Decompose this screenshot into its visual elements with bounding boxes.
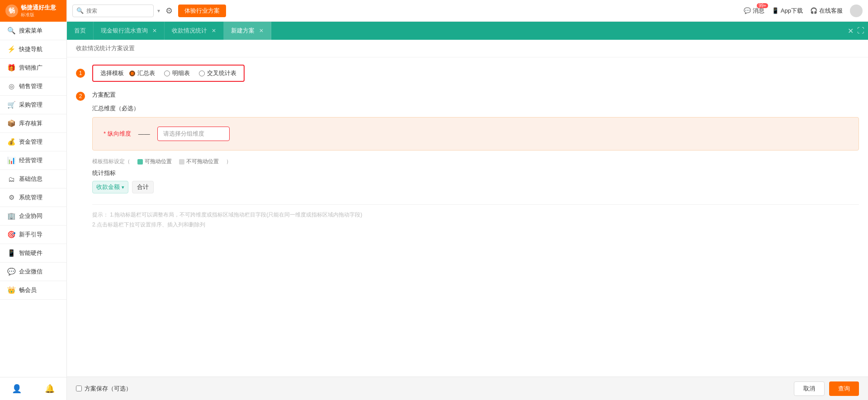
sidebar-item-guide[interactable]: 🎯 新手引导 — [0, 226, 66, 244]
online-service-label: 在线客服 — [819, 7, 843, 15]
settings-icon[interactable]: ⚙ — [164, 4, 175, 18]
sidebar-item-inventory[interactable]: 📦 库存核算 — [0, 114, 66, 133]
cancel-button[interactable]: 取消 — [794, 381, 825, 396]
metrics-tag-label: 统计指标 — [92, 169, 859, 177]
tab-bar: 首页 现金银行流水查询 ✕ 收款情况统计 ✕ 新建方案 ✕ ✕ ⛶ — [67, 22, 868, 40]
dim-arrow: —— — [138, 131, 150, 137]
tab-new-plan[interactable]: 新建方案 ✕ — [224, 22, 271, 40]
service-icon: 🎧 — [810, 7, 817, 14]
sidebar-item-quick-nav[interactable]: ⚡ 快捷导航 — [0, 40, 66, 59]
save-option[interactable]: 方案保存（可选） — [76, 385, 132, 393]
save-checkbox[interactable] — [76, 386, 82, 391]
tab-window-controls: ✕ ⛶ — [844, 22, 868, 40]
draggable-badge: 可拖动位置 — [137, 158, 172, 165]
metrics-title-end: ） — [226, 158, 231, 165]
metric-tag-text: 收款金额 — [96, 183, 120, 191]
message-icon: 💬 — [744, 7, 751, 14]
tab-receipt-stats-close[interactable]: ✕ — [212, 28, 216, 34]
vertical-label: * 纵向维度 — [104, 130, 131, 138]
sidebar-item-purchase[interactable]: 🛒 采购管理 — [0, 96, 66, 114]
sidebar-item-capital[interactable]: 💰 资金管理 — [0, 133, 66, 151]
tab-home[interactable]: 首页 — [67, 22, 94, 40]
dimension-select-text: 请选择分组维度 — [163, 130, 204, 138]
sidebar-item-member[interactable]: 👑 畅会员 — [0, 281, 66, 300]
sidebar-item-label: 采购管理 — [19, 101, 42, 109]
step2-label: 方案配置 — [92, 91, 859, 99]
sidebar-item-label: 快捷导航 — [19, 45, 42, 53]
header-right: 💬 消息 99+ 📱 App下载 🎧 在线客服 — [744, 5, 863, 17]
query-button[interactable]: 查询 — [829, 381, 859, 396]
metric-tag-receipt[interactable]: 收款金额 ▾ — [92, 181, 128, 193]
message-item[interactable]: 💬 消息 99+ — [744, 7, 764, 15]
hardware-icon: 📱 — [7, 249, 15, 257]
radio-cross[interactable]: 交叉统计表 — [199, 69, 236, 77]
breadcrumb: 收款情况统计方案设置 — [67, 40, 868, 57]
radio-summary-label: 汇总表 — [137, 69, 155, 77]
page-inner: 收款情况统计方案设置 1 选择模板 汇总表 — [67, 40, 868, 376]
sidebar-item-label: 经营管理 — [19, 156, 42, 165]
sidebar-item-basic[interactable]: 🗂 基础信息 — [0, 170, 66, 188]
tab-receipt-stats-label: 收款情况统计 — [172, 27, 207, 35]
radio-cross-label: 交叉统计表 — [207, 69, 236, 77]
metric-subtag-text: 合计 — [137, 184, 149, 190]
sidebar-item-label: 基础信息 — [19, 175, 42, 183]
close-window-icon[interactable]: ✕ — [848, 27, 854, 35]
tab-bank-flow[interactable]: 现金银行流水查询 ✕ — [94, 22, 165, 40]
step2-badge: 2 — [76, 92, 85, 101]
tab-new-plan-close[interactable]: ✕ — [259, 28, 264, 34]
sidebar-item-label: 企业协同 — [19, 212, 42, 220]
tab-bank-flow-label: 现金银行流水查询 — [101, 27, 148, 35]
header-search-box[interactable]: 🔍 — [72, 5, 154, 17]
sidebar-item-label: 系统管理 — [19, 193, 42, 202]
header-search-input[interactable] — [86, 8, 150, 14]
online-service-item[interactable]: 🎧 在线客服 — [810, 7, 843, 15]
radio-summary[interactable]: 汇总表 — [129, 69, 155, 77]
user-avatar[interactable] — [850, 5, 863, 17]
sidebar-item-system[interactable]: ⚙ 系统管理 — [0, 188, 66, 207]
sidebar-item-label: 畅会员 — [19, 286, 37, 294]
tab-bank-flow-close[interactable]: ✕ — [152, 28, 157, 34]
dimension-title: 汇总维度（必选） — [92, 104, 859, 113]
page-content: 收款情况统计方案设置 1 选择模板 汇总表 — [67, 40, 868, 376]
step2-content: 方案配置 汇总维度（必选） * 纵向维度 —— 请选择分组维度 — [92, 91, 859, 230]
sidebar-item-operations[interactable]: 📊 经营管理 — [0, 151, 66, 170]
header-search-icon: 🔍 — [76, 7, 84, 14]
dimension-select[interactable]: 请选择分组维度 — [157, 127, 230, 141]
main-area: 🔍 ▾ ⚙ 体验行业方案 💬 消息 99+ 📱 App下载 🎧 在线客服 — [67, 0, 868, 400]
tab-receipt-stats[interactable]: 收款情况统计 ✕ — [165, 22, 224, 40]
radio-detail-input[interactable] — [164, 71, 170, 76]
logo-name: 畅捷通好生意 — [21, 4, 56, 12]
radio-cross-input[interactable] — [199, 71, 205, 76]
sidebar-bottom-item-2[interactable]: 🔔 — [33, 381, 67, 396]
purchase-icon: 🛒 — [7, 101, 15, 109]
radio-summary-input[interactable] — [129, 71, 135, 76]
step2-row: 2 方案配置 汇总维度（必选） * 纵向维度 —— 请选择分组维度 — [76, 91, 859, 230]
app-download-item[interactable]: 📱 App下载 — [772, 7, 803, 15]
sidebar-item-label: 营销推广 — [19, 64, 42, 72]
metrics-section: 模板指标设定（ 可拖动位置 不可拖动位置 ） — [92, 158, 859, 193]
header-chevron-icon[interactable]: ▾ — [157, 8, 160, 14]
metrics-tag-area: 收款金额 ▾ 合计 — [92, 181, 859, 193]
sidebar-item-wechat[interactable]: 💬 企业微信 — [0, 263, 66, 281]
user-icon: 👤 — [12, 384, 22, 394]
sidebar-item-sales[interactable]: ◎ 销售管理 — [0, 77, 66, 96]
maximize-window-icon[interactable]: ⛶ — [857, 27, 864, 35]
sidebar-item-label: 搜索菜单 — [19, 27, 42, 35]
step1-row: 1 选择模板 汇总表 明细表 — [76, 65, 859, 82]
message-badge: 99+ — [757, 3, 768, 8]
step1-badge: 1 — [76, 69, 85, 78]
bell-icon: 🔔 — [45, 384, 55, 394]
radio-detail[interactable]: 明细表 — [164, 69, 190, 77]
trial-button[interactable]: 体验行业方案 — [178, 5, 226, 17]
member-icon: 👑 — [7, 286, 15, 294]
sidebar-item-enterprise[interactable]: 🏢 企业协同 — [0, 207, 66, 226]
logo-text-block: 畅捷通好生意 标准版 — [21, 4, 56, 18]
sidebar-item-label: 销售管理 — [19, 82, 42, 90]
bottom-actions: 取消 查询 — [794, 381, 859, 396]
sidebar-item-marketing[interactable]: 🎁 营销推广 — [0, 59, 66, 77]
radio-detail-label: 明细表 — [172, 69, 190, 77]
operations-icon: 📊 — [7, 156, 15, 165]
sidebar-item-hardware[interactable]: 📱 智能硬件 — [0, 244, 66, 263]
sidebar-bottom-item-1[interactable]: 👤 — [0, 381, 33, 396]
sidebar-item-search[interactable]: 🔍 搜索菜单 — [0, 22, 66, 40]
